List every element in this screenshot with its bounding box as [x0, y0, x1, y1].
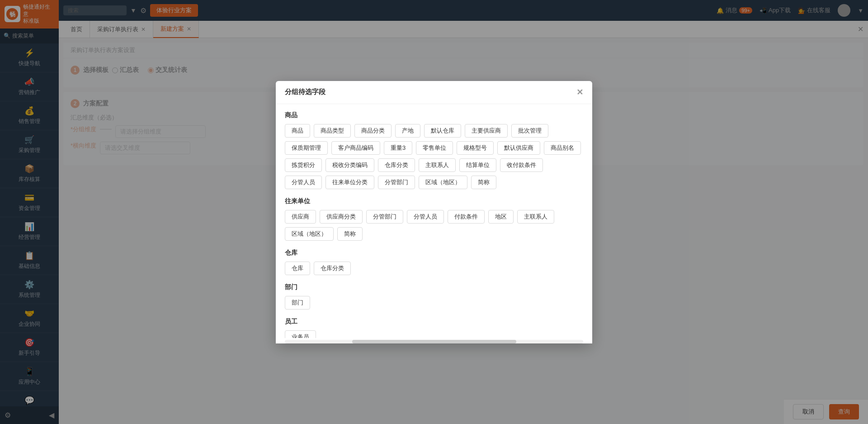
section-goods-tags: 商品 商品类型 商品分类 产地 默认仓库 主要供应商 批次管理 保质期管理 客户… [285, 124, 583, 189]
field-tag-main-contact[interactable]: 主联系人 [419, 158, 456, 172]
section-department-title: 部门 [285, 283, 583, 291]
field-tag-area-partner[interactable]: 区域（地区） [285, 227, 334, 241]
field-tag-dept-partner[interactable]: 分管部门 [366, 210, 403, 224]
section-warehouse-title: 仓库 [285, 249, 583, 257]
field-tag-goods-alias[interactable]: 商品别名 [544, 141, 581, 155]
field-tag-manager[interactable]: 分管人员 [285, 176, 322, 189]
field-tag-salesperson[interactable]: 业务员 [285, 330, 316, 338]
field-tag-short-name-partner[interactable]: 简称 [337, 227, 363, 241]
field-tag-settlement-unit[interactable]: 结算单位 [459, 158, 496, 172]
field-tag-origin[interactable]: 产地 [395, 124, 420, 138]
field-tag-supplier[interactable]: 供应商 [285, 210, 316, 224]
field-tag-manage-dept[interactable]: 分管部门 [378, 176, 415, 189]
field-tag-batch-mgmt[interactable]: 批次管理 [511, 124, 548, 138]
field-tag-goods-type[interactable]: 商品类型 [314, 124, 351, 138]
field-tag-warehouse-cat[interactable]: 仓库分类 [314, 262, 351, 275]
field-tag-contact-partner[interactable]: 主联系人 [517, 210, 554, 224]
modal-body: 商品 商品 商品类型 商品分类 产地 默认仓库 主要供应商 批次管理 保质期管理… [276, 104, 592, 338]
section-employee-title: 员工 [285, 318, 583, 326]
field-tag-region-partner[interactable]: 地区 [488, 210, 514, 224]
field-tag-payment-terms[interactable]: 收付款条件 [500, 158, 543, 172]
field-tag-warehouse-category[interactable]: 仓库分类 [378, 158, 415, 172]
field-tag-default-warehouse[interactable]: 默认仓库 [424, 124, 461, 138]
field-tag-weight3[interactable]: 重量3 [384, 141, 412, 155]
modal-close-button[interactable]: ✕ [576, 87, 583, 97]
field-tag-region-goods[interactable]: 区域（地区） [419, 176, 467, 189]
section-goods: 商品 商品 商品类型 商品分类 产地 默认仓库 主要供应商 批次管理 保质期管理… [285, 111, 583, 189]
section-department-tags: 部门 [285, 296, 583, 310]
field-tag-main-supplier[interactable]: 主要供应商 [465, 124, 508, 138]
section-goods-title: 商品 [285, 111, 583, 119]
field-tag-spec-model[interactable]: 规格型号 [457, 141, 494, 155]
modal-hscroll[interactable] [285, 340, 583, 343]
field-tag-partner-category[interactable]: 往来单位分类 [326, 176, 374, 189]
field-tag-customer-code[interactable]: 客户商品编码 [331, 141, 380, 155]
section-partner: 往来单位 供应商 供应商分类 分管部门 分管人员 付款条件 地区 主联系人 区域… [285, 197, 583, 241]
section-employee: 员工 业务员 [285, 318, 583, 338]
field-tag-default-supplier[interactable]: 默认供应商 [497, 141, 540, 155]
field-tag-shelf-life[interactable]: 保质期管理 [285, 141, 328, 155]
section-warehouse-tags: 仓库 仓库分类 [285, 262, 583, 275]
field-tag-goods-category[interactable]: 商品分类 [354, 124, 392, 138]
field-tag-mgr-partner[interactable]: 分管人员 [407, 210, 444, 224]
field-tag-retail-unit[interactable]: 零售单位 [416, 141, 453, 155]
section-employee-tags: 业务员 [285, 330, 583, 338]
modal-overlay[interactable]: 分组待选字段 ✕ 商品 商品 商品类型 商品分类 产地 默认仓库 主要供应商 批… [0, 0, 868, 424]
modal-hscroll-thumb [352, 340, 516, 343]
field-tag-supplier-category[interactable]: 供应商分类 [320, 210, 363, 224]
field-tag-warehouse[interactable]: 仓库 [285, 262, 310, 275]
modal-title: 分组待选字段 [285, 88, 326, 96]
field-tag-goods[interactable]: 商品 [285, 124, 310, 138]
modal-header: 分组待选字段 ✕ [276, 81, 592, 104]
field-tag-pick-points[interactable]: 拣货积分 [285, 158, 322, 172]
field-tag-short-name[interactable]: 简称 [471, 176, 496, 189]
field-tag-department[interactable]: 部门 [285, 296, 310, 310]
section-partner-title: 往来单位 [285, 197, 583, 205]
section-partner-tags: 供应商 供应商分类 分管部门 分管人员 付款条件 地区 主联系人 区域（地区） … [285, 210, 583, 241]
field-select-modal: 分组待选字段 ✕ 商品 商品 商品类型 商品分类 产地 默认仓库 主要供应商 批… [276, 81, 592, 343]
field-tag-tax-code[interactable]: 税收分类编码 [326, 158, 374, 172]
field-tag-pay-terms-partner[interactable]: 付款条件 [448, 210, 485, 224]
section-warehouse: 仓库 仓库 仓库分类 [285, 249, 583, 275]
section-department: 部门 部门 [285, 283, 583, 310]
